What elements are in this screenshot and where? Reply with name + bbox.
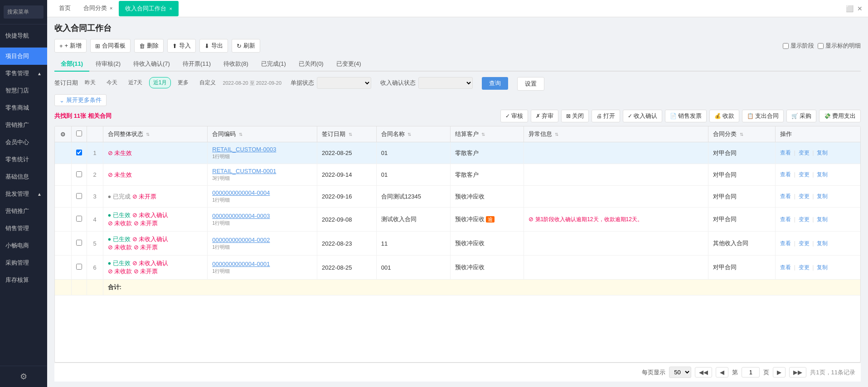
today-btn[interactable]: 今天	[102, 77, 121, 88]
view-btn[interactable]: 查看	[780, 216, 791, 223]
new-button[interactable]: + + 新增	[54, 39, 87, 53]
abnormal-info-header[interactable]: 异常信息 ⇅	[524, 126, 708, 142]
sub-tab-all[interactable]: 全部(11)	[54, 57, 89, 72]
sub-tab-pending-payment[interactable]: 待收款(8)	[217, 57, 255, 72]
view-btn[interactable]: 查看	[780, 150, 791, 156]
next-page-button[interactable]: ▶	[773, 367, 786, 377]
sign-date-header[interactable]: 签订日期 ⇅	[317, 126, 377, 142]
row-settings[interactable]	[55, 142, 71, 164]
sidebar-item-purchase[interactable]: 采购管理	[0, 254, 47, 271]
quick-nav-item[interactable]: 快捷导航	[0, 28, 47, 44]
row-settings[interactable]	[55, 256, 71, 280]
copy-btn[interactable]: 复制	[817, 216, 828, 223]
sidebar-item-member[interactable]: 会员中心	[0, 134, 47, 151]
tab-close-icon[interactable]: ×	[169, 6, 172, 11]
edit-btn[interactable]: 变更	[799, 171, 810, 178]
settings-icon[interactable]: ⚙	[20, 372, 27, 382]
row-checkbox[interactable]	[76, 171, 82, 177]
row-checkbox[interactable]	[76, 264, 82, 270]
yesterday-btn[interactable]: 昨天	[81, 77, 100, 88]
last7days-btn[interactable]: 近7天	[124, 77, 146, 88]
refresh-button[interactable]: ↻ 刷新	[232, 39, 260, 53]
sub-tab-completed[interactable]: 已完成(1)	[255, 57, 292, 72]
contract-code-link[interactable]: 0000000000004-0002	[212, 237, 270, 243]
row-checkbox[interactable]	[76, 240, 82, 246]
row-checkbox[interactable]	[76, 216, 82, 222]
row-settings[interactable]	[55, 186, 71, 208]
sidebar-item-smart-store[interactable]: 智慧门店	[0, 82, 47, 99]
sidebar-item-sales-mgmt[interactable]: 销售管理	[0, 220, 47, 237]
tab-contract-category[interactable]: 合同分类×	[77, 0, 119, 17]
prev-page-button[interactable]: ◀	[716, 367, 728, 377]
edit-btn[interactable]: 变更	[799, 264, 810, 271]
contract-board-button[interactable]: ⊞ 合同看板	[90, 39, 131, 53]
edit-btn[interactable]: 变更	[799, 193, 810, 199]
view-btn[interactable]: 查看	[780, 240, 791, 247]
action-btn-close[interactable]: ⊠关闭	[561, 110, 589, 122]
maximize-button[interactable]: ⬜	[846, 5, 853, 12]
show-segment-check[interactable]: 显示阶段	[783, 42, 814, 50]
row-settings[interactable]	[55, 232, 71, 256]
sidebar-item-retail-mall[interactable]: 零售商城	[0, 99, 47, 116]
copy-btn[interactable]: 复制	[817, 150, 828, 156]
contract-code-link[interactable]: 0000000000004-0001	[212, 261, 270, 267]
first-page-button[interactable]: ◀◀	[695, 367, 712, 377]
select-all-checkbox[interactable]	[76, 131, 82, 136]
show-segment-checkbox[interactable]	[783, 43, 789, 49]
action-btn-abandon[interactable]: ✗弃审	[531, 110, 558, 122]
row-checkbox[interactable]	[76, 150, 82, 155]
action-btn-print[interactable]: 🖨打开	[592, 110, 620, 122]
contract-name-header[interactable]: 合同名称 ⇅	[376, 126, 450, 142]
import-button[interactable]: ⬆ 导入	[167, 39, 196, 53]
copy-btn[interactable]: 复制	[817, 240, 828, 247]
tab-income-contract[interactable]: 收入合同工作台×	[119, 1, 178, 16]
view-btn[interactable]: 查看	[780, 264, 791, 271]
query-button[interactable]: 查询	[482, 77, 508, 90]
contract-code-link[interactable]: 0000000000004-0004	[212, 189, 270, 196]
search-menu-button[interactable]: 搜索菜单	[4, 5, 44, 19]
close-button[interactable]: ✕	[857, 5, 863, 12]
action-btn-payment[interactable]: 💰收款	[709, 110, 739, 122]
expand-more-btn[interactable]: ⌄ 展开更多条件	[54, 94, 107, 106]
row-settings[interactable]	[55, 208, 71, 232]
action-btn-purchase[interactable]: 🛒采购	[786, 110, 816, 122]
last1month-btn[interactable]: 近1月	[149, 77, 171, 88]
copy-btn[interactable]: 复制	[817, 193, 828, 199]
delete-button[interactable]: 🗑 删除	[134, 39, 164, 53]
edit-btn[interactable]: 变更	[799, 150, 810, 156]
sidebar-item-retail-mgmt[interactable]: 零售管理▲	[0, 65, 47, 82]
contract-code-link[interactable]: RETAIL_CUSTOM-0003	[212, 146, 276, 153]
sidebar-item-inventory[interactable]: 库存核算	[0, 271, 47, 289]
tab-home[interactable]: 首页	[53, 0, 77, 17]
view-btn[interactable]: 查看	[780, 171, 791, 178]
page-size-select[interactable]: 50	[669, 367, 691, 378]
filter-setting-button[interactable]: 设置	[517, 77, 544, 91]
contract-code-link[interactable]: RETAIL_CUSTOM-0001	[212, 168, 276, 174]
action-btn-expense-output[interactable]: 💸费用支出	[819, 110, 861, 122]
settlement-customer-header[interactable]: 结算客户 ⇅	[450, 126, 524, 142]
row-checkbox[interactable]	[76, 193, 82, 199]
custom-btn[interactable]: 自定义	[195, 77, 220, 88]
doc-status-select[interactable]	[317, 77, 371, 89]
page-input[interactable]	[742, 367, 760, 377]
action-btn-sales-invoice[interactable]: 📄销售发票	[665, 110, 707, 122]
sub-tab-changed[interactable]: 已变更(4)	[330, 57, 368, 72]
overall-status-header[interactable]: 合同整体状态 ⇅	[103, 126, 208, 142]
sidebar-item-marketing[interactable]: 营销推广	[0, 116, 47, 134]
contract-category-header[interactable]: 合同分类 ⇅	[708, 126, 776, 142]
copy-btn[interactable]: 复制	[817, 264, 828, 271]
last-page-button[interactable]: ▶▶	[789, 367, 806, 377]
copy-btn[interactable]: 复制	[817, 171, 828, 178]
tab-close-icon[interactable]: ×	[110, 5, 112, 11]
sidebar-item-batch-mgmt[interactable]: 批发管理▲	[0, 185, 47, 203]
show-mark-checkbox[interactable]	[818, 43, 824, 49]
row-settings[interactable]	[55, 164, 71, 186]
more-btn[interactable]: 更多	[174, 77, 193, 88]
sidebar-item-base-info[interactable]: 基础信息	[0, 168, 47, 185]
sub-tab-closed[interactable]: 已关闭(0)	[292, 57, 330, 72]
action-btn-income-confirm[interactable]: ✓收入确认	[623, 110, 662, 122]
sidebar-item-marketing2[interactable]: 营销推广	[0, 203, 47, 220]
export-button[interactable]: ⬇ 导出	[199, 39, 228, 53]
sub-tab-pending-invoice[interactable]: 待开票(11)	[176, 57, 217, 72]
sidebar-item-project[interactable]: 项目合同	[0, 48, 47, 65]
